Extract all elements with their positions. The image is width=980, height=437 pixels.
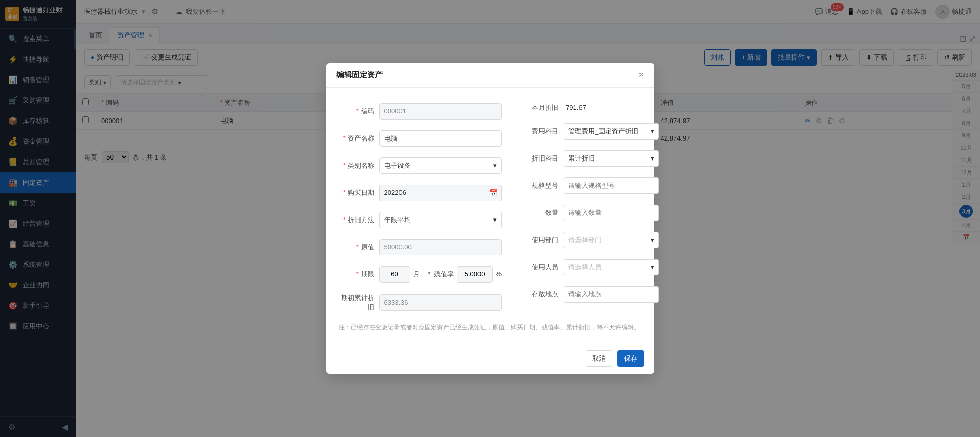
dept-label: 使用部门 — [523, 235, 564, 245]
expense-chevron-icon: ▾ — [651, 127, 654, 135]
form-grid: * 编码 * 资产名称 * 类别名称 — [338, 98, 642, 317]
calendar-icon: 📅 — [489, 189, 497, 197]
form-row-spec: 规格型号 — [523, 172, 659, 200]
modal-overlay: 编辑固定资产 × * 编码 * 资产名称 — [0, 0, 980, 437]
form-row-purchase-date: * 购买日期 📅 — [338, 180, 502, 207]
monthly-dep-value: 791.67 — [564, 104, 659, 111]
category-label: * 类别名称 — [338, 161, 379, 170]
modal-title: 编辑固定资产 — [336, 70, 383, 80]
dep-method-label: * 折旧方法 — [338, 215, 379, 225]
dept-chevron-icon: ▾ — [651, 236, 654, 244]
form-row-code: * 编码 — [338, 98, 502, 125]
name-label: * 资产名称 — [338, 134, 379, 143]
dep-account-select[interactable]: 累计折旧 ▾ — [564, 150, 659, 167]
person-chevron-icon: ▾ — [651, 263, 654, 271]
modal-footer: 取消 保存 — [326, 343, 654, 374]
form-row-dep-account: 折旧科目 累计折旧 ▾ — [523, 145, 659, 172]
form-row-name: * 资产名称 — [338, 125, 502, 152]
form-row-person: 使用人员 请选择人员 ▾ — [523, 254, 659, 281]
category-select-modal[interactable]: 电子设备 ▾ — [379, 157, 502, 174]
modal-body: * 编码 * 资产名称 * 类别名称 — [326, 88, 654, 343]
select-chevron-icon: ▾ — [493, 162, 497, 169]
edit-fixed-asset-modal: 编辑固定资产 × * 编码 * 资产名称 — [326, 63, 654, 374]
modal-close-btn[interactable]: × — [638, 70, 644, 80]
form-note: 注：已经存在变更记录或者对应固定资产已经生成凭证，原值、购买日期、残值率、累计折… — [338, 317, 642, 332]
form-row-monthly-dep: 本月折旧 791.67 — [523, 98, 659, 118]
period-input[interactable] — [379, 266, 410, 283]
quantity-label: 数量 — [523, 208, 564, 217]
modal-header: 编辑固定资产 × — [326, 63, 654, 88]
form-row-dep-method: * 折旧方法 年限平均 ▾ — [338, 207, 502, 234]
monthly-dep-label: 本月折旧 — [523, 103, 564, 112]
original-value-label: * 原值 — [338, 243, 379, 252]
code-input[interactable] — [379, 103, 502, 120]
original-value-input[interactable] — [379, 239, 502, 255]
cancel-button[interactable]: 取消 — [586, 350, 612, 367]
spec-label: 规格型号 — [523, 181, 564, 190]
save-button[interactable]: 保存 — [617, 350, 644, 367]
purchase-date-label: * 购买日期 — [338, 188, 379, 197]
dept-select[interactable]: 请选择部门 ▾ — [564, 232, 659, 248]
initial-dep-input[interactable] — [379, 294, 502, 311]
period-label: * 期限 — [338, 270, 379, 279]
spec-input[interactable] — [564, 177, 659, 194]
dep-method-select[interactable]: 年限平均 ▾ — [379, 212, 502, 228]
expense-account-select[interactable]: 管理费用_固定资产折旧 ▾ — [564, 123, 659, 140]
form-row-original-value: * 原值 — [338, 234, 502, 261]
person-select[interactable]: 请选择人员 ▾ — [564, 259, 659, 275]
location-input[interactable] — [564, 286, 659, 303]
form-row-quantity: 数量 — [523, 200, 659, 227]
purchase-date-input-wrapper: 📅 — [379, 185, 502, 201]
dep-method-chevron-icon: ▾ — [493, 216, 497, 224]
form-row-dept: 使用部门 请选择部门 ▾ — [523, 227, 659, 254]
purchase-date-input[interactable] — [379, 185, 502, 201]
quantity-input[interactable] — [564, 205, 659, 221]
form-row-initial-dep: 期初累计折旧 — [338, 288, 502, 317]
form-row-expense-account: 费用科目 管理费用_固定资产折旧 ▾ — [523, 118, 659, 145]
initial-dep-label: 期初累计折旧 — [338, 293, 379, 312]
residual-input[interactable] — [457, 266, 493, 283]
form-row-period: * 期限 月 * 残值率 % — [338, 261, 502, 288]
person-label: 使用人员 — [523, 263, 564, 272]
location-label: 存放地点 — [523, 290, 564, 299]
form-row-category: * 类别名称 电子设备 ▾ — [338, 152, 502, 180]
dep-account-chevron-icon: ▾ — [651, 154, 654, 162]
dep-account-label: 折旧科目 — [523, 154, 564, 163]
form-row-location: 存放地点 — [523, 281, 659, 308]
name-input[interactable] — [379, 130, 502, 147]
form-left-col: * 编码 * 资产名称 * 类别名称 — [338, 98, 513, 317]
expense-account-label: 费用科目 — [523, 127, 564, 136]
code-label: * 编码 — [338, 107, 379, 116]
form-right-col: 本月折旧 791.67 费用科目 管理费用_固定资产折旧 ▾ — [512, 98, 659, 317]
